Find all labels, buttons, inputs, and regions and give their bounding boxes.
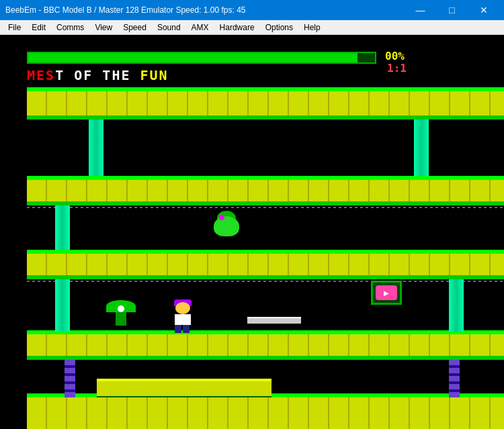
hud-score: 1:1 — [387, 62, 407, 75]
game-canvas: 00% 1:1 MEST OF THE FUN — [12, 42, 492, 424]
title-part-2: T — [55, 67, 65, 83]
pillar-left-mid — [55, 205, 70, 251]
pillar-left-top — [89, 120, 103, 180]
pillar-left-bottom — [55, 279, 70, 332]
player-leg-left — [175, 325, 181, 333]
title-part-3 — [65, 67, 74, 83]
player-body — [175, 314, 191, 325]
hud-percent: 00% — [385, 50, 405, 62]
menu-options[interactable]: Options — [260, 20, 298, 35]
title-part-1: MES — [27, 67, 55, 83]
pillar-right-bottom — [449, 279, 464, 332]
health-bar-container — [27, 52, 376, 64]
ground — [27, 393, 504, 429]
plant-object — [106, 300, 136, 326]
health-bar-fill — [28, 53, 358, 62]
close-button[interactable]: ✕ — [468, 0, 499, 20]
platform-mid1 — [27, 176, 504, 205]
player-character — [172, 302, 194, 332]
enemy-blob — [214, 211, 241, 238]
enemy-body — [214, 216, 239, 236]
player-head — [175, 302, 190, 314]
title-bar: BeebEm - BBC Model B / Master 128 Emulat… — [0, 0, 504, 20]
dashed-line-1 — [27, 207, 504, 208]
title-part-5 — [93, 67, 102, 83]
enemy-eye — [219, 215, 224, 220]
menu-file[interactable]: File — [3, 20, 26, 35]
plant-stem — [116, 312, 126, 326]
menu-edit[interactable]: Edit — [26, 20, 51, 35]
menu-sound[interactable]: Sound — [152, 20, 186, 35]
window-controls: — □ ✕ — [405, 0, 499, 20]
menu-view[interactable]: View — [89, 20, 118, 35]
title-part-8: FUN — [140, 67, 169, 83]
menu-speed[interactable]: Speed — [118, 20, 152, 35]
pillar-right-top — [414, 120, 429, 180]
menu-hardware[interactable]: Hardware — [214, 20, 260, 35]
game-title: MEST OF THE FUN — [27, 67, 169, 83]
title-part-7 — [130, 67, 140, 83]
platform-mid2 — [27, 250, 504, 279]
item-box-inner — [376, 285, 397, 300]
menu-bar: File Edit Comms View Speed Sound AMX Har… — [0, 20, 504, 35]
minimize-button[interactable]: — — [405, 0, 435, 20]
maximize-button[interactable]: □ — [437, 0, 467, 20]
title-part-6: THE — [102, 67, 130, 83]
player-leg-right — [183, 325, 190, 333]
dashed-line-2 — [27, 281, 504, 282]
player-legs — [175, 325, 191, 333]
plant-cap — [106, 300, 136, 312]
ladder-left — [65, 360, 75, 397]
platform-top — [27, 87, 504, 120]
sub-platform — [97, 379, 271, 397]
platform-bottom — [27, 330, 504, 360]
game-area: 00% 1:1 MEST OF THE FUN — [0, 35, 504, 429]
menu-help[interactable]: Help — [298, 20, 326, 35]
ladder-right — [449, 360, 460, 397]
menu-amx[interactable]: AMX — [186, 20, 214, 35]
small-platform — [247, 317, 301, 324]
item-box — [371, 281, 402, 305]
menu-comms[interactable]: Comms — [51, 20, 89, 35]
title-part-4: OF — [74, 67, 93, 83]
window-title: BeebEm - BBC Model B / Master 128 Emulat… — [5, 5, 246, 15]
